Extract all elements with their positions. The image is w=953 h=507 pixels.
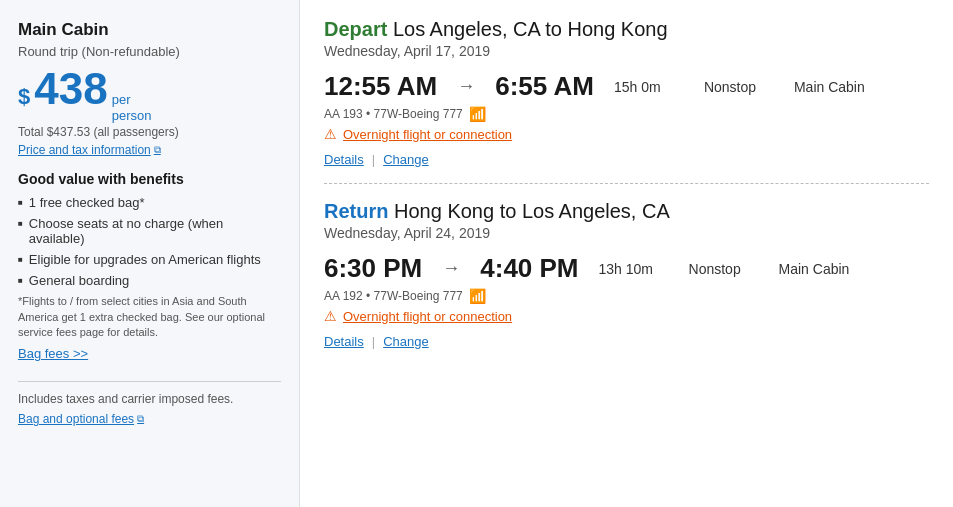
pipe-1: |	[372, 334, 375, 349]
depart-time-0: 12:55 AM	[324, 71, 437, 102]
footnote: *Flights to / from select cities in Asia…	[18, 294, 281, 340]
flight-row-0: 12:55 AM → 6:55 AM 15h 0m Nonstop Main C…	[324, 71, 929, 102]
trip-type: Round trip (Non-refundable)	[18, 44, 281, 59]
left-panel: Main Cabin Round trip (Non-refundable) $…	[0, 0, 300, 507]
change-link-0[interactable]: Change	[383, 152, 429, 167]
flight-section-1: Return Hong Kong to Los Angeles, CA Wedn…	[324, 200, 929, 349]
action-row-0: Details | Change	[324, 152, 929, 167]
bag-optional-link[interactable]: Bag and optional fees ⧉	[18, 412, 144, 426]
warning-text-0: Overnight flight or connection	[343, 127, 512, 142]
section-divider	[324, 183, 929, 184]
warning-icon-1: ⚠	[324, 308, 337, 324]
flight-title-0: Depart Los Angeles, CA to Hong Kong	[324, 18, 929, 41]
arrive-time-0: 6:55 AM	[495, 71, 594, 102]
duration-1: 13h 10m	[599, 261, 669, 277]
warning-row-1: ⚠ Overnight flight or connection	[324, 308, 929, 324]
benefits-title: Good value with benefits	[18, 171, 281, 187]
depart-time-1: 6:30 PM	[324, 253, 422, 284]
wifi-icon-1: 📶	[469, 288, 486, 304]
flight-date-0: Wednesday, April 17, 2019	[324, 43, 929, 59]
warning-row-0: ⚠ Overnight flight or connection	[324, 126, 929, 142]
direction-word-1: Return	[324, 200, 388, 222]
nonstop-1: Nonstop	[689, 261, 759, 277]
flight-row-1: 6:30 PM → 4:40 PM 13h 10m Nonstop Main C…	[324, 253, 929, 284]
benefit-item: Eligible for upgrades on American flight…	[18, 252, 281, 267]
cabin-label: Main Cabin	[18, 20, 281, 40]
flight-title-1: Return Hong Kong to Los Angeles, CA	[324, 200, 929, 223]
arrow-icon-1: →	[442, 258, 460, 279]
external-link-icon2: ⧉	[137, 413, 144, 425]
cabin-type-0: Main Cabin	[794, 79, 865, 95]
price-tax-link[interactable]: Price and tax information ⧉	[18, 143, 161, 157]
cabin-type-1: Main Cabin	[779, 261, 850, 277]
route-0: Los Angeles, CA to Hong Kong	[393, 18, 668, 40]
flight-info-row-1: AA 192 • 77W-Boeing 777 📶	[324, 288, 929, 304]
warning-icon-0: ⚠	[324, 126, 337, 142]
divider	[18, 381, 281, 382]
total-price: Total $437.53 (all passengers)	[18, 125, 281, 139]
flight-info-row-0: AA 193 • 77W-Boeing 777 📶	[324, 106, 929, 122]
nonstop-0: Nonstop	[704, 79, 774, 95]
action-row-1: Details | Change	[324, 334, 929, 349]
benefit-item: General boarding	[18, 273, 281, 288]
flight-header-1: Return Hong Kong to Los Angeles, CA Wedn…	[324, 200, 929, 241]
warning-text-1: Overnight flight or connection	[343, 309, 512, 324]
pipe-0: |	[372, 152, 375, 167]
bag-fees-link[interactable]: Bag fees >>	[18, 346, 281, 361]
details-link-1[interactable]: Details	[324, 334, 364, 349]
details-link-0[interactable]: Details	[324, 152, 364, 167]
includes-text: Includes taxes and carrier imposed fees.	[18, 392, 281, 406]
arrow-icon-0: →	[457, 76, 475, 97]
per-person: perperson	[112, 92, 152, 123]
right-panel: Depart Los Angeles, CA to Hong Kong Wedn…	[300, 0, 953, 507]
duration-0: 15h 0m	[614, 79, 684, 95]
arrive-time-1: 4:40 PM	[480, 253, 578, 284]
flight-date-1: Wednesday, April 24, 2019	[324, 225, 929, 241]
flight-number-1: AA 192 • 77W-Boeing 777	[324, 289, 463, 303]
wifi-icon-0: 📶	[469, 106, 486, 122]
benefits-list: 1 free checked bag*Choose seats at no ch…	[18, 195, 281, 288]
benefit-item: 1 free checked bag*	[18, 195, 281, 210]
price-row: $ 438 perperson	[18, 67, 281, 123]
direction-word-0: Depart	[324, 18, 387, 40]
route-1: Hong Kong to Los Angeles, CA	[394, 200, 670, 222]
external-link-icon: ⧉	[154, 144, 161, 156]
benefit-item: Choose seats at no charge (when availabl…	[18, 216, 281, 246]
dollar-sign: $	[18, 84, 30, 110]
price-amount: 438	[34, 67, 107, 111]
flight-number-0: AA 193 • 77W-Boeing 777	[324, 107, 463, 121]
change-link-1[interactable]: Change	[383, 334, 429, 349]
flight-header-0: Depart Los Angeles, CA to Hong Kong Wedn…	[324, 18, 929, 59]
flight-section-0: Depart Los Angeles, CA to Hong Kong Wedn…	[324, 18, 929, 167]
